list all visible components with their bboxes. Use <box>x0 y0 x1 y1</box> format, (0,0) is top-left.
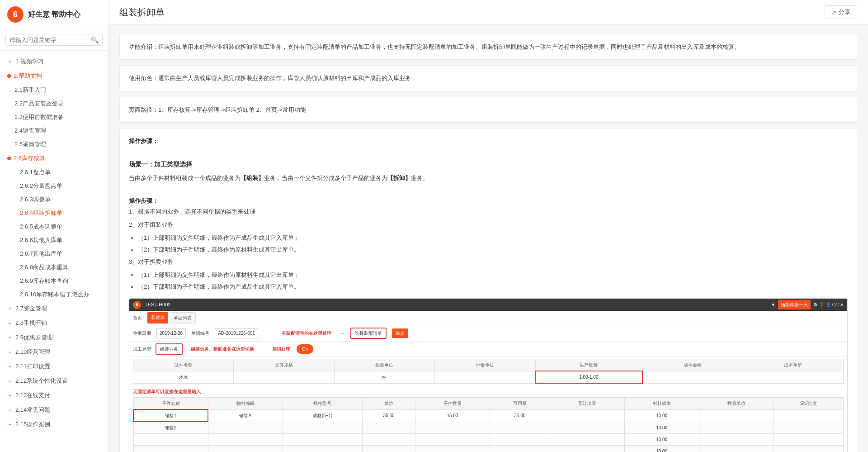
app-title-bar: 6 TEST-H002 ▼ 预期单据一天 ⚙ ❓ 👤 CC ✕ <box>129 299 847 311</box>
app-logo-text: 好生意 帮助中心 <box>28 10 80 19</box>
fake-screenshot: 6 TEST-H002 ▼ 预期单据一天 ⚙ ❓ 👤 CC ✕ 首页 <box>129 299 847 452</box>
sidebar-item-partial[interactable]: 2.6.2分量盘点单 <box>0 179 108 193</box>
main-content: 组装拆卸单 ↗ 分享 功能介绍：组装拆卸单用来处理企业组装或拆卸等加工业务，支持… <box>108 0 868 452</box>
table-row: 木木 件 1.00-1.00 <box>133 371 844 383</box>
steps-title: 操作步骤： <box>129 138 158 144</box>
plus-icon-biz: ＋ <box>7 348 13 356</box>
td-sub-qty-2 <box>415 422 490 434</box>
step1: 1、根据不同的业务，选择不同单据的类型来处理 <box>129 206 848 218</box>
sidebar-item-cases[interactable]: ＋ 2.15操作案例 <box>0 417 108 432</box>
td-spec-2 <box>283 422 363 434</box>
form-date-value[interactable]: 2019-12-26 <box>156 328 186 338</box>
form-id-value[interactable]: AD-20191226-001 <box>215 328 258 338</box>
share-button[interactable]: ↗ 分享 <box>825 5 857 19</box>
th-qty-unit2: 数量单位 <box>699 398 774 410</box>
th-cost-amount: 成本金额 <box>642 359 743 371</box>
sidebar-item-stockcheck[interactable]: 2.6.9库存账本查询 <box>0 274 108 288</box>
td-measure-unit <box>435 371 535 383</box>
scenario1-title: 场景一：加工类型选择 <box>129 158 848 171</box>
sidebar-item-newbie[interactable]: 2.1新手入门 <box>0 83 108 97</box>
lower-table-area: 无固定清单可以直接在这里里输入 子件名称 物料编码 规格型号 单位 子件数量 <box>129 385 847 452</box>
plus-icon-customize: ＋ <box>7 377 13 385</box>
sidebar-item-customize[interactable]: ＋ 2.12系统个性化设置 <box>0 374 108 388</box>
dot-icon-inventory <box>7 157 11 160</box>
on-toggle[interactable]: On <box>297 344 313 354</box>
step3a: （1）上部明细为父件明细，最终作为原材料生成其它出库单； <box>138 270 848 281</box>
sidebar-item-cost[interactable]: 2.6.5成本调整单 <box>0 220 108 233</box>
plus-icon-coupon: ＋ <box>7 334 13 342</box>
plus-icon-mobile: ＋ <box>7 319 13 327</box>
th-unit: 单位 <box>363 398 415 410</box>
sidebar-item-assembly[interactable]: 2.6.4组装拆卸单 <box>0 206 108 220</box>
app-logo-icon: 6 <box>7 6 24 23</box>
search-box[interactable]: 🔍 <box>5 34 103 46</box>
annotation5-label: 无固定清单可以直接在这里里输入 <box>133 387 844 396</box>
th-available: 可用量 <box>490 398 550 410</box>
sidebar-item-adjust[interactable]: 2.6.3调拨单 <box>0 193 108 206</box>
sidebar-item-mobile[interactable]: ＋ 2.8手机旺铺 <box>0 316 108 330</box>
td-unit-1: 35.00 <box>363 409 415 422</box>
page-title: 组装拆卸单 <box>119 6 165 19</box>
confirm-btn[interactable]: 确定 <box>392 328 408 338</box>
td-sub-qty-1: 15.00 <box>415 409 490 422</box>
nav-home: 首页 <box>133 314 142 322</box>
sidebar-item-video[interactable]: ＋ 1.视频学习 <box>0 54 108 69</box>
th-sub-name: 子件名称 <box>133 398 208 410</box>
sidebar-item-stockin[interactable]: 2.6.6其他入库单 <box>0 233 108 247</box>
nav-tabs: 新建单 单据列表 <box>147 312 196 324</box>
search-icon[interactable]: 🔍 <box>91 36 99 43</box>
step2: 2、对于组装业务 <box>129 219 848 231</box>
td-cost-unit <box>743 371 843 383</box>
td-sub-name-1: 销售1 <box>133 409 208 422</box>
th-cost-unit: 成本单价 <box>743 359 843 371</box>
sidebar-item-finance[interactable]: ＋ 2.7资金管理 <box>0 301 108 316</box>
td-code-2 <box>208 422 283 434</box>
status-badge-title: ▼ <box>771 300 776 309</box>
nav-tab-list[interactable]: 单据列表 <box>170 312 196 324</box>
sidebar-item-data[interactable]: 2.3使用前数据准备 <box>0 110 108 124</box>
th-sn: SN/批次 <box>774 398 843 410</box>
sidebar-item-install[interactable]: 2.2产品安装及登录 <box>0 97 108 110</box>
th-prod-qty: 生产数量 <box>535 359 642 371</box>
sidebar-item-costcalc[interactable]: 2.6.8商品成本重算 <box>0 261 108 274</box>
td-unit-2 <box>363 422 415 434</box>
sidebar-item-coupon[interactable]: ＋ 2.9优惠券管理 <box>0 330 108 345</box>
select-config-btn[interactable]: 选择装配清单 <box>350 328 387 339</box>
th-qty-unit: 数量单位 <box>334 359 434 371</box>
content-body: 功能介绍：组装拆卸单用来处理企业组装或拆卸等加工业务，支持有固定装配清单的产品加… <box>108 25 868 452</box>
sidebar-item-stocktake[interactable]: 2.6.1盘点单 <box>0 166 108 179</box>
type-value[interactable]: 组装业务 <box>156 343 183 355</box>
search-input[interactable] <box>9 37 91 43</box>
td-spec-1: 规格(5+1) <box>283 409 363 422</box>
app-nav-bar: 首页 新建单 单据列表 <box>129 311 847 325</box>
lower-table: 子件名称 物料编码 规格型号 单位 子件数量 可用量 预计出量 材料成本 数量单… <box>133 397 844 452</box>
steps-list: 1、根据不同的业务，选择不同单据的类型来处理 2、对于组装业务 （1）上部明细为… <box>129 206 848 293</box>
sidebar-item-faq[interactable]: ＋ 2.14常见问题 <box>0 403 108 417</box>
path-section: 页面路径：1、库存核算->库存管理->组装拆卸单 2、首页->常用功能 <box>119 97 857 123</box>
sidebar-item-biz[interactable]: ＋ 2.10经营管理 <box>0 345 108 359</box>
search-area: 🔍 <box>0 29 108 51</box>
sidebar-item-sales[interactable]: 2.4销售管理 <box>0 124 108 138</box>
th-parent-spec: 父件规格 <box>234 359 334 371</box>
th-spec: 规格型号 <box>283 398 363 410</box>
th-material-code: 物料编码 <box>208 398 283 410</box>
app-title-text: TEST-H002 <box>145 300 170 309</box>
plus-icon-finance: ＋ <box>7 305 13 313</box>
step2-sub: （1）上部明细为父件明细，最终作为产成品生成其它入库单； （2）下部明细为子件明… <box>129 233 848 256</box>
sidebar-item-inventory[interactable]: 2.6库存核算 <box>0 151 108 166</box>
sidebar-item-stockout[interactable]: 2.6.7其他出库单 <box>0 247 108 261</box>
sidebar: 6 好生意 帮助中心 🔍 ＋ 1.视频学习 2.帮助文档 2.1新手入门 2.2… <box>0 0 108 452</box>
sidebar-item-print[interactable]: ＋ 2.11打印设置 <box>0 359 108 374</box>
nav-tab-new[interactable]: 新建单 <box>147 312 168 324</box>
td-avail-1: 35.00 <box>490 409 550 422</box>
sidebar-item-purchase[interactable]: 2.5采购管理 <box>0 138 108 151</box>
td-matcost-1: 10.00 <box>624 409 699 422</box>
form-header-row: 单据日期 2019-12-26 单据编号 AD-20191226-001 有装配… <box>129 325 847 342</box>
sidebar-item-docs[interactable]: 2.帮助文档 <box>0 69 108 83</box>
nav-tree: ＋ 1.视频学习 2.帮助文档 2.1新手入门 2.2产品安装及登录 2.3使用… <box>0 51 108 452</box>
annotation3-text: 组装业务、拆卸业务在这里切换 <box>191 345 254 353</box>
sidebar-item-stockerror[interactable]: 2.6.10库存账本错了怎么办 <box>0 288 108 301</box>
sidebar-item-payment[interactable]: ＋ 2.13在线支付 <box>0 388 108 403</box>
status-badge: 预期单据一天 <box>778 300 811 309</box>
annotation1-text: 有装配清单的在这里处理 <box>282 329 331 338</box>
